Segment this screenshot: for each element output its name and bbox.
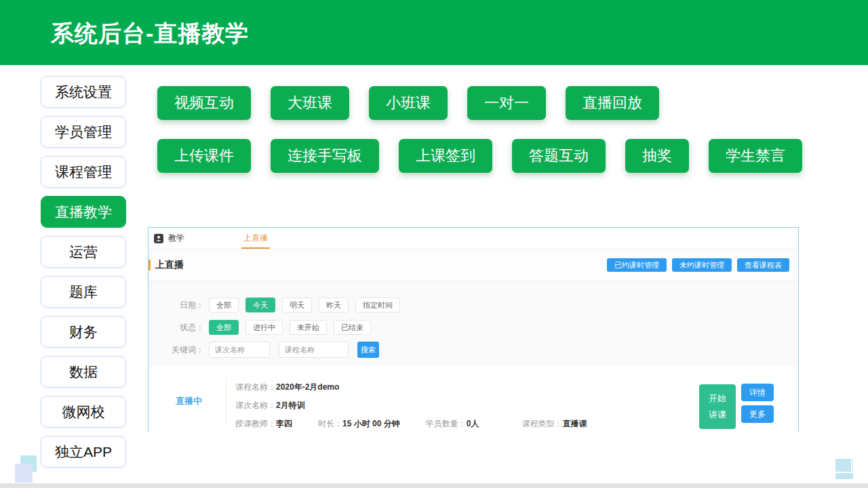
status-option-ongoing[interactable]: 进行中 [245, 320, 283, 335]
row-divider [226, 379, 226, 426]
detail-button[interactable]: 详情 [741, 384, 774, 401]
status-filter-label: 状态： [169, 322, 204, 333]
teaching-icon [154, 234, 163, 243]
status-filter-row: 状态： 全部 进行中 未开始 已结束 [169, 320, 798, 335]
course-name-line: 课程名称： 2020年-2月demo [235, 378, 587, 396]
lesson-name-line: 课次名称： 2月特训 [235, 396, 587, 415]
page-title: 系统后台-直播教学 [0, 0, 868, 49]
status-option-ended[interactable]: 已结束 [334, 320, 371, 335]
teacher-meta: 授课教师： 李四 [235, 418, 292, 430]
duration-value: 15 小时 00 分钟 [342, 418, 400, 430]
live-admin-panel: 教学 上直播 上直播 已约课时管理 未约课时管理 查看课程表 日期： 全部 今天… [148, 227, 799, 432]
keyword-filter-row: 关键词： 搜索 [169, 342, 798, 357]
date-option-tomorrow[interactable]: 明天 [282, 298, 312, 312]
feature-row-1: 视频互动 大班课 小班课 一对一 直播回放 [157, 86, 835, 120]
sidebar-item-course-management[interactable]: 课程管理 [41, 156, 126, 188]
decor-square-outline [829, 455, 852, 473]
page-header: 系统后台-直播教学 [0, 0, 868, 65]
booked-periods-button[interactable]: 已约课时管理 [607, 258, 667, 272]
section-accent-bar [149, 260, 151, 270]
live-replay-button[interactable]: 直播回放 [566, 86, 659, 120]
sidebar-item-standalone-app[interactable]: 独立APP [41, 436, 126, 468]
date-filter-row: 日期： 全部 今天 明天 昨天 指定时间 [169, 298, 798, 312]
app-label: 教学 [168, 232, 184, 244]
status-option-not-started[interactable]: 未开始 [290, 320, 327, 335]
course-name-value: 2020年-2月demo [276, 382, 339, 393]
student-count-value: 0人 [467, 418, 479, 430]
duration-meta: 时长： 15 小时 00 分钟 [318, 418, 400, 430]
upload-courseware-button[interactable]: 上传课件 [157, 139, 251, 173]
course-details: 课程名称： 2020年-2月demo 课次名称： 2月特训 授课教师： 李四 时… [235, 378, 587, 433]
one-on-one-button[interactable]: 一对一 [467, 86, 546, 120]
class-signin-button[interactable]: 上课签到 [399, 139, 492, 173]
keyword-filter-label: 关键词： [169, 344, 204, 356]
sidebar-item-live-teaching[interactable]: 直播教学 [41, 196, 126, 228]
connect-tablet-button[interactable]: 连接手写板 [271, 139, 379, 173]
unbooked-periods-button[interactable]: 未约课时管理 [672, 258, 732, 272]
duration-label: 时长： [318, 418, 342, 430]
section-header: 上直播 已约课时管理 未约课时管理 查看课程表 [149, 249, 798, 281]
decor-square-lavender [15, 464, 33, 483]
sidebar-item-data[interactable]: 数据 [41, 356, 126, 388]
date-filter-label: 日期： [169, 300, 204, 311]
date-option-all[interactable]: 全部 [209, 298, 239, 312]
status-option-all[interactable]: 全部 [209, 320, 239, 335]
course-name-input[interactable] [279, 342, 349, 358]
student-count-label: 学员数量： [426, 418, 467, 430]
lucky-draw-button[interactable]: 抽奖 [625, 139, 689, 173]
date-option-custom[interactable]: 指定时间 [355, 298, 400, 312]
course-name-label: 课程名称： [235, 382, 276, 393]
sidebar: 系统设置 学员管理 课程管理 直播教学 运营 题库 财务 数据 微网校 独立AP… [41, 76, 126, 476]
course-type-value: 直播课 [562, 418, 587, 430]
small-class-button[interactable]: 小班课 [369, 86, 448, 120]
section-actions: 已约课时管理 未约课时管理 查看课程表 [607, 258, 789, 272]
start-teaching-button[interactable]: 开始讲课 [699, 384, 736, 429]
sidebar-item-student-management[interactable]: 学员管理 [41, 116, 126, 148]
view-timetable-button[interactable]: 查看课程表 [737, 258, 789, 272]
sidebar-item-micro-school[interactable]: 微网校 [41, 396, 126, 428]
course-meta-line: 授课教师： 李四 时长： 15 小时 00 分钟 学员数量： 0人 课程类型： … [235, 415, 587, 433]
sidebar-item-finance[interactable]: 财务 [41, 316, 126, 348]
filter-area: 日期： 全部 今天 明天 昨天 指定时间 状态： 全部 进行中 未开始 已结束 … [149, 281, 798, 367]
quiz-interaction-button[interactable]: 答题互动 [512, 139, 606, 173]
more-button[interactable]: 更多 [741, 405, 774, 423]
lesson-name-value: 2月特训 [276, 400, 305, 411]
feature-buttons: 视频互动 大班课 小班课 一对一 直播回放 上传课件 连接手写板 上课签到 答题… [157, 86, 835, 192]
sidebar-item-system-settings[interactable]: 系统设置 [41, 76, 126, 108]
date-option-yesterday[interactable]: 昨天 [319, 298, 349, 312]
tab-go-live[interactable]: 上直播 [243, 228, 268, 249]
bottom-strip [0, 483, 868, 488]
lesson-name-label: 课次名称： [235, 400, 276, 411]
sidebar-item-question-bank[interactable]: 题库 [41, 276, 126, 308]
large-class-button[interactable]: 大班课 [271, 86, 349, 120]
lesson-name-input[interactable] [209, 342, 270, 358]
feature-row-2: 上传课件 连接手写板 上课签到 答题互动 抽奖 学生禁言 [157, 139, 835, 173]
panel-tabbar: 教学 上直播 [149, 228, 798, 249]
search-button[interactable]: 搜索 [357, 342, 379, 358]
teacher-label: 授课教师： [235, 418, 276, 430]
student-count-meta: 学员数量： 0人 [426, 418, 479, 430]
teacher-value: 李四 [276, 418, 292, 430]
video-interaction-button[interactable]: 视频互动 [157, 86, 251, 120]
date-option-today[interactable]: 今天 [245, 298, 275, 312]
sidebar-item-operations[interactable]: 运营 [41, 236, 126, 268]
course-type-meta: 课程类型： 直播课 [521, 418, 587, 430]
live-status-badge: 直播中 [176, 395, 202, 407]
course-type-label: 课程类型： [521, 418, 562, 430]
course-row: 直播中 课程名称： 2020年-2月demo 课次名称： 2月特训 授课教师： … [149, 367, 798, 432]
mute-students-button[interactable]: 学生禁言 [709, 139, 802, 173]
section-title: 上直播 [155, 259, 184, 271]
